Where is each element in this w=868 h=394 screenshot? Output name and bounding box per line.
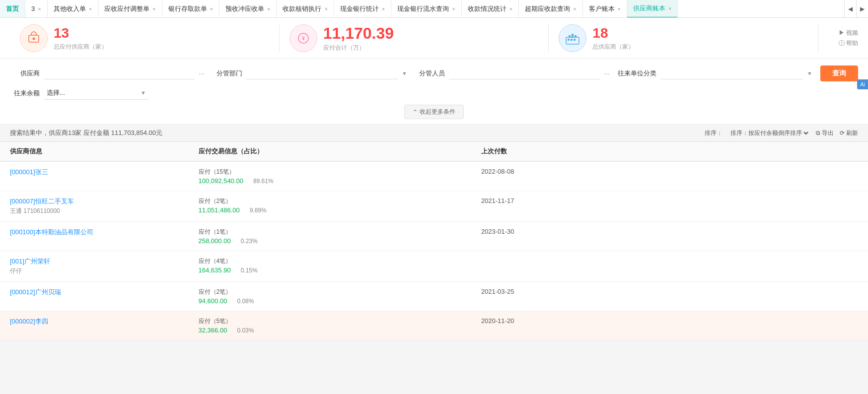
total-suppliers-number: 18 bbox=[592, 25, 808, 42]
balance-chevron-icon: ▼ bbox=[141, 90, 146, 96]
payable-total-label: 应付合计（万） bbox=[323, 44, 539, 52]
nav-next-arrow[interactable]: ▶ bbox=[856, 0, 868, 18]
nav-tab-receivable-adjust[interactable]: 应收应付调整单 × bbox=[98, 0, 162, 18]
payable-info-col: 应付（4笔） 164,635.90 0.15% bbox=[199, 257, 481, 274]
last-pay-date: 2021-11-17 bbox=[481, 197, 514, 204]
close-icon[interactable]: × bbox=[152, 6, 155, 12]
refresh-label: 刷新 bbox=[846, 129, 858, 137]
payable-label: 应付（5笔） bbox=[199, 317, 481, 326]
supplier-info-col: [000001]张三 bbox=[10, 168, 199, 177]
supplier-link[interactable]: [000001]张三 bbox=[10, 168, 48, 176]
supplier-sub: 王通 17106110000 bbox=[10, 207, 199, 215]
payable-info-col: 应付（5笔） 32,366.00 0.03% bbox=[199, 317, 481, 334]
supplier-link[interactable]: [000002]李四 bbox=[10, 318, 48, 325]
supplier-info-col: [000007]恒旺二手叉车 王通 17106110000 bbox=[10, 197, 199, 215]
supplier-link[interactable]: [000007]恒旺二手叉车 bbox=[10, 197, 74, 205]
close-icon[interactable]: × bbox=[452, 6, 455, 12]
amount-value[interactable]: 258,000.00 bbox=[199, 237, 231, 245]
balance-filter-label: 往来余额 bbox=[10, 89, 40, 98]
nav-tab-prepay-offset[interactable]: 预收冲应收单 × bbox=[219, 0, 277, 18]
supplier-link[interactable]: [000012]广州贝瑞 bbox=[10, 288, 61, 296]
cash-flow-label: 现金银行流水查询 bbox=[397, 4, 449, 13]
dept-chevron-icon[interactable]: ▼ bbox=[402, 70, 407, 76]
nav-tab-supplier-ledger[interactable]: 供应商账本 × bbox=[627, 0, 678, 18]
video-link[interactable]: ▶ 视频 bbox=[839, 29, 858, 37]
refresh-icon: ⟳ bbox=[840, 130, 845, 136]
nav-tab-bank-deposit[interactable]: 银行存取款单 × bbox=[162, 0, 219, 18]
balance-select[interactable]: 选择... ▼ bbox=[44, 86, 149, 100]
close-icon[interactable]: × bbox=[573, 6, 576, 12]
nav-tab-home[interactable]: 首页 bbox=[0, 0, 25, 18]
sort-label: 排序： bbox=[705, 129, 723, 137]
amount-value[interactable]: 100,092,540.00 bbox=[199, 177, 243, 185]
nav-tab-payment-exec[interactable]: 收款核销执行 × bbox=[277, 0, 334, 18]
summary-total-suppliers: 18 总供应商（家） bbox=[549, 24, 818, 52]
payable-suppliers-label: 总应付供应商（家） bbox=[54, 43, 269, 51]
amount-value[interactable]: 32,366.00 bbox=[199, 327, 227, 334]
nav-tab-collection-stat[interactable]: 收款情况统计 × bbox=[462, 0, 519, 18]
close-icon[interactable]: × bbox=[89, 6, 92, 12]
amount-row: 94,600.00 0.08% bbox=[199, 297, 481, 305]
person-input[interactable] bbox=[449, 67, 600, 79]
nav-tab-cash-flow[interactable]: 现金银行流水查询 × bbox=[391, 0, 461, 18]
supplier-filter-label: 供应商 bbox=[10, 69, 40, 78]
export-icon: ⧉ bbox=[816, 130, 820, 136]
amount-pct: 0.03% bbox=[237, 327, 254, 334]
category-chevron-icon[interactable]: ▼ bbox=[807, 70, 812, 76]
supplier-info-col: [000002]李四 bbox=[10, 317, 199, 326]
close-icon[interactable]: × bbox=[210, 6, 213, 12]
nav-tab-cash-stat[interactable]: 现金银行统计 × bbox=[334, 0, 391, 18]
help-icon: ⓘ bbox=[839, 40, 845, 47]
amount-value[interactable]: 164,635.90 bbox=[199, 266, 231, 274]
amount-value[interactable]: 94,600.00 bbox=[199, 297, 227, 305]
refresh-button[interactable]: ⟳ 刷新 bbox=[840, 129, 858, 137]
payable-info-col: 应付（2笔） 11,051,486.00 9.89% bbox=[199, 197, 481, 214]
collapse-button[interactable]: ⌃ 收起更多条件 bbox=[404, 105, 464, 119]
ai-label: Ai bbox=[860, 81, 865, 87]
video-icon: ▶ bbox=[839, 29, 845, 36]
export-button[interactable]: ⧉ 导出 bbox=[816, 129, 834, 137]
close-icon[interactable]: × bbox=[324, 6, 327, 12]
category-input[interactable] bbox=[660, 67, 803, 79]
svg-text:¥: ¥ bbox=[302, 36, 305, 41]
help-link[interactable]: ⓘ 帮助 bbox=[839, 39, 858, 48]
close-icon[interactable]: × bbox=[668, 5, 671, 11]
person-dots-btn[interactable]: ··· bbox=[604, 69, 610, 77]
last-pay-col: 2021-11-17 bbox=[481, 197, 670, 204]
last-pay-col: 2023-01-30 bbox=[481, 228, 670, 235]
sort-select[interactable]: 排序：按应付余额倒序排序 bbox=[728, 129, 810, 137]
home-label: 首页 bbox=[6, 4, 19, 13]
ai-panel[interactable]: Ai bbox=[857, 79, 868, 89]
nav-tab-3[interactable]: 3 × bbox=[25, 0, 48, 18]
amount-pct: 0.15% bbox=[241, 267, 258, 274]
close-icon[interactable]: × bbox=[509, 6, 512, 12]
nav-tab-overdue-query[interactable]: 超期应收款查询 × bbox=[519, 0, 582, 18]
table-row: [001]广州荣轩 仔仔 应付（4笔） 164,635.90 0.15% bbox=[0, 251, 868, 282]
supplier-link[interactable]: [001]广州荣轩 bbox=[10, 258, 50, 265]
nav-tab-other-income[interactable]: 其他收入单 × bbox=[48, 0, 98, 18]
export-label: 导出 bbox=[822, 129, 834, 137]
supplier-info-col: [001]广州荣轩 仔仔 bbox=[10, 257, 199, 275]
filter-row-2: 往来余额 选择... ▼ bbox=[10, 86, 858, 100]
dept-input[interactable] bbox=[246, 67, 398, 79]
nav-tab-customer-ledger[interactable]: 客户账本 × bbox=[583, 0, 627, 18]
close-icon[interactable]: × bbox=[267, 6, 270, 12]
amount-pct: 0.08% bbox=[237, 298, 254, 305]
amount-value[interactable]: 11,051,486.00 bbox=[199, 206, 240, 214]
header-supplier-info: 供应商信息 bbox=[10, 147, 199, 156]
supplier-link[interactable]: [000100]本特勤油品有限公司 bbox=[10, 228, 93, 236]
supplier-dots-btn[interactable]: ··· bbox=[199, 69, 205, 77]
close-icon[interactable]: × bbox=[618, 6, 621, 12]
nav-prev-arrow[interactable]: ◀ bbox=[844, 0, 856, 18]
close-icon[interactable]: × bbox=[382, 6, 385, 12]
close-icon[interactable]: × bbox=[38, 6, 41, 12]
collapse-up-icon: ⌃ bbox=[413, 109, 418, 116]
supplier-input[interactable] bbox=[44, 67, 195, 79]
summary-bar: 13 总应付供应商（家） ¥ 11,170.39 应付合计（万） bbox=[0, 18, 868, 59]
supplier-info-col: [000100]本特勤油品有限公司 bbox=[10, 228, 199, 237]
amount-row: 258,000.00 0.23% bbox=[199, 237, 481, 245]
last-pay-date: 2022-08-08 bbox=[481, 168, 514, 175]
payable-info-col: 应付（1笔） 258,000.00 0.23% bbox=[199, 228, 481, 245]
search-button[interactable]: 查询 bbox=[820, 66, 858, 81]
last-pay-date: 2023-01-30 bbox=[481, 228, 514, 235]
